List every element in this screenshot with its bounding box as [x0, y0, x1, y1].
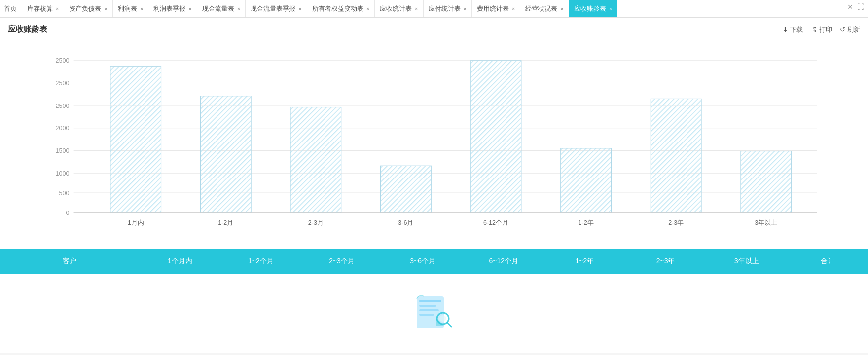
window-controls: ✕ ⛶: [847, 3, 864, 11]
svg-rect-25: [470, 61, 521, 213]
page-title: 应收账龄表: [8, 24, 47, 35]
download-button[interactable]: ⬇ 下载: [783, 25, 803, 34]
tab-label-expense_stats: 费用统计表: [477, 4, 509, 13]
svg-text:2500: 2500: [56, 103, 70, 109]
svg-text:1500: 1500: [56, 147, 70, 154]
tab-profit[interactable]: 利润表×: [113, 0, 148, 18]
svg-rect-27: [561, 148, 612, 213]
main-content: 2500 2500 2500 2000 1500 1000 500 0 1月内 …: [0, 41, 868, 353]
page-actions: ⬇ 下载 🖨 打印 ↺ 刷新: [783, 25, 860, 34]
bar-chart: 2500 2500 2500 2000 1500 1000 500 0 1月内 …: [12, 49, 856, 241]
table-header-1_2m: 1~2个月: [220, 257, 301, 266]
tab-ar_stats[interactable]: 应收统计表×: [375, 0, 423, 18]
svg-text:3年以上: 3年以上: [755, 219, 777, 226]
tab-close-balance[interactable]: ×: [104, 6, 107, 12]
tab-label-operations: 经营状况表: [525, 4, 557, 13]
empty-state-icon: [409, 294, 459, 333]
svg-text:2-3月: 2-3月: [308, 219, 324, 226]
tab-close-cashflow_quarterly[interactable]: ×: [298, 6, 301, 12]
tab-ar_aging[interactable]: 应收账龄表×: [569, 0, 617, 18]
tab-bar: 首页库存核算×资产负债表×利润表×利润表季报×现金流量表×现金流量表季报×所有者…: [0, 0, 868, 18]
svg-text:2500: 2500: [56, 80, 70, 87]
tab-close-operations[interactable]: ×: [560, 6, 563, 12]
tab-label-home: 首页: [4, 4, 17, 13]
tab-expense_stats[interactable]: 费用统计表×: [472, 0, 520, 18]
svg-text:1-2年: 1-2年: [579, 219, 594, 226]
svg-text:2-3年: 2-3年: [668, 219, 684, 226]
tab-profit_quarterly[interactable]: 利润表季报×: [148, 0, 197, 18]
table-header-6_12m: 6~12个月: [463, 257, 544, 266]
svg-text:1000: 1000: [56, 170, 70, 177]
svg-rect-23: [381, 166, 432, 213]
svg-text:1月内: 1月内: [128, 219, 144, 226]
table-header-1_2y: 1~2年: [544, 257, 625, 266]
close-window-button[interactable]: ✕: [847, 3, 853, 11]
table-header-2_3m: 2~3个月: [301, 257, 382, 266]
table-header-within_1m: 1个月内: [140, 257, 220, 266]
tab-ap_stats[interactable]: 应付统计表×: [424, 0, 472, 18]
page-header: 应收账龄表 ⬇ 下载 🖨 打印 ↺ 刷新: [0, 18, 868, 41]
svg-text:1-2月: 1-2月: [218, 219, 233, 226]
svg-rect-37: [419, 309, 439, 311]
svg-text:2500: 2500: [56, 57, 70, 64]
svg-text:500: 500: [59, 190, 70, 197]
tab-close-inventory[interactable]: ×: [56, 6, 59, 12]
tab-close-ap_stats[interactable]: ×: [464, 6, 467, 12]
tab-operations[interactable]: 经营状况表×: [520, 0, 569, 18]
tab-close-cashflow[interactable]: ×: [237, 6, 240, 12]
table-header-customer: 客户: [0, 257, 140, 266]
tab-label-ar_stats: 应收统计表: [380, 4, 412, 13]
maximize-window-button[interactable]: ⛶: [857, 3, 864, 11]
refresh-button[interactable]: ↺ 刷新: [840, 25, 860, 34]
download-icon: ⬇: [783, 26, 788, 33]
svg-rect-19: [200, 96, 251, 213]
table-header-total: 合计: [787, 257, 868, 266]
tab-balance[interactable]: 资产负债表×: [64, 0, 112, 18]
svg-rect-35: [419, 300, 441, 302]
tab-label-equity: 所有者权益变动表: [312, 4, 363, 13]
tab-label-profit: 利润表: [118, 4, 137, 13]
table-header-3y_plus: 3年以上: [706, 257, 787, 266]
tabs-container: 首页库存核算×资产负债表×利润表×利润表季报×现金流量表×现金流量表季报×所有者…: [4, 0, 617, 18]
svg-text:3-6月: 3-6月: [398, 219, 413, 226]
chart-area: 2500 2500 2500 2000 1500 1000 500 0 1月内 …: [0, 41, 868, 248]
tab-close-expense_stats[interactable]: ×: [512, 6, 515, 12]
tab-home[interactable]: 首页: [4, 0, 22, 18]
tab-label-cashflow_quarterly: 现金流量表季报: [251, 4, 295, 13]
table-body-empty: [0, 274, 868, 353]
svg-text:6-12个月: 6-12个月: [483, 219, 508, 226]
svg-line-41: [447, 323, 451, 327]
svg-rect-38: [419, 314, 434, 316]
tab-inventory[interactable]: 库存核算×: [22, 0, 64, 18]
svg-rect-31: [741, 151, 792, 213]
tab-label-cashflow: 现金流量表: [202, 4, 234, 13]
svg-text:2000: 2000: [56, 125, 70, 132]
svg-rect-21: [290, 107, 341, 213]
tab-label-profit_quarterly: 利润表季报: [153, 4, 185, 13]
svg-text:0: 0: [66, 210, 70, 216]
tab-close-profit_quarterly[interactable]: ×: [188, 6, 191, 12]
tab-label-ar_aging: 应收账龄表: [574, 4, 606, 13]
tab-equity[interactable]: 所有者权益变动表×: [307, 0, 375, 18]
table-header: 客户1个月内1~2个月2~3个月3~6个月6~12个月1~2年2~3年3年以上合…: [0, 248, 868, 274]
svg-rect-36: [419, 305, 436, 307]
tab-close-ar_aging[interactable]: ×: [609, 6, 612, 12]
tab-close-profit[interactable]: ×: [140, 6, 143, 12]
refresh-icon: ↺: [840, 26, 845, 33]
table-header-2_3y: 2~3年: [625, 257, 706, 266]
tab-cashflow[interactable]: 现金流量表×: [197, 0, 246, 18]
print-button[interactable]: 🖨 打印: [811, 25, 832, 34]
svg-rect-17: [110, 66, 161, 213]
tab-cashflow_quarterly[interactable]: 现金流量表季报×: [246, 0, 307, 18]
tab-label-ap_stats: 应付统计表: [429, 4, 461, 13]
table-header-3_6m: 3~6个月: [382, 257, 463, 266]
tab-close-equity[interactable]: ×: [366, 6, 369, 12]
print-icon: 🖨: [811, 26, 817, 33]
svg-rect-29: [651, 99, 701, 213]
tab-label-inventory: 库存核算: [27, 4, 53, 13]
tab-label-balance: 资产负债表: [69, 4, 101, 13]
tab-close-ar_stats[interactable]: ×: [415, 6, 418, 12]
svg-point-40: [439, 315, 446, 322]
